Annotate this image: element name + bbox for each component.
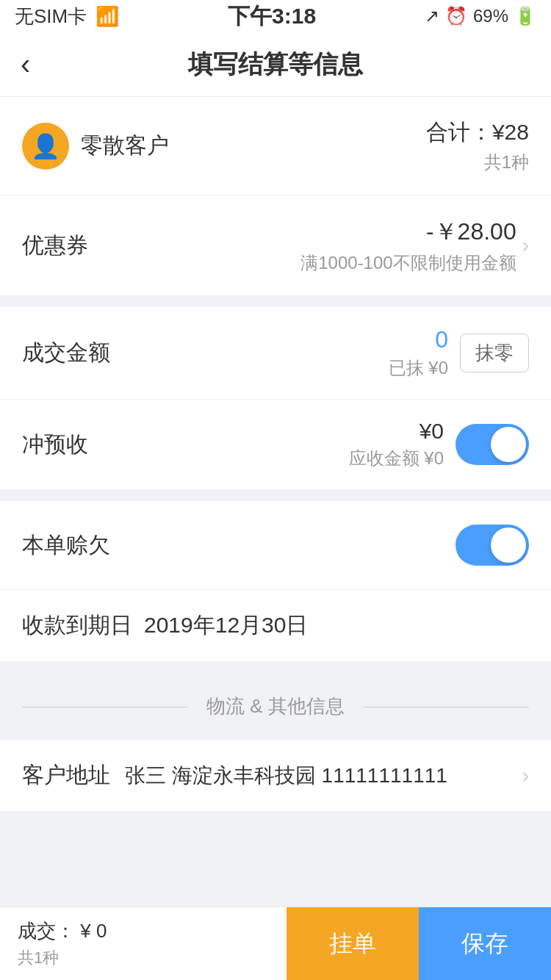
customer-row: 👤 零散客户 合计：¥28 共1种 [0,97,551,195]
coupon-info: -￥28.00 满1000-100不限制使用金额 [300,216,516,275]
deal-section: 成交金额 0 已抹 ¥0 抹零 冲预收 ¥0 应收金额 ¥0 [0,307,551,489]
bottom-summary: 成交： ¥ 0 共1种 [0,907,287,980]
avatar: 👤 [22,123,69,170]
pre-receive-toggle[interactable] [455,424,529,465]
battery-text: 69% [473,6,508,26]
nav-bar: ‹ 填写结算等信息 [0,32,551,97]
logistics-title: 物流 & 其他信息 [195,693,356,719]
status-left: 无SIM卡 📶 [15,4,119,29]
deal-amount-value[interactable]: 0 [389,326,448,353]
due-date-label: 收款到期日 [22,610,132,641]
debt-row: 本单赊欠 [0,501,551,589]
carrier-text: 无SIM卡 [15,4,87,29]
customer-info: 👤 零散客户 [22,123,169,170]
total-amount: 合计：¥28 [426,118,529,148]
battery-icon: 🔋 [514,6,536,26]
toggle-knob [491,427,526,462]
address-section: 客户地址 张三 海淀永丰科技园 11111111111 › [0,740,551,811]
chevron-right-icon: › [522,234,529,257]
customer-total: 合计：¥28 共1种 [426,118,529,174]
location-icon: ↗ [425,6,439,26]
deal-amount-right: 0 已抹 ¥0 抹零 [389,326,529,380]
avatar-icon: 👤 [31,132,60,160]
deal-amount-row: 成交金额 0 已抹 ¥0 抹零 [0,307,551,400]
address-chevron-icon: › [522,764,529,788]
pre-receive-label: 冲预收 [22,430,88,460]
address-label: 客户地址 [22,760,110,790]
bottom-total-label: 成交： ¥ 0 [18,918,269,944]
debt-toggle[interactable] [455,525,529,566]
total-count: 共1种 [426,151,529,174]
status-bar: 无SIM卡 📶 下午3:18 ↗ ⏰ 69% 🔋 [0,0,551,32]
deal-amount-label: 成交金额 [22,338,110,368]
customer-section: 👤 零散客户 合计：¥28 共1种 优惠券 -￥28.00 满1000-100不… [0,97,551,295]
page-title: 填写结算等信息 [188,48,363,82]
pre-receive-row: 冲预收 ¥0 应收金额 ¥0 [0,400,551,489]
coupon-desc: 满1000-100不限制使用金额 [300,251,516,275]
wifi-icon: 📶 [96,5,119,28]
pre-receive-sub: 应收金额 ¥0 [349,447,444,470]
coupon-right: -￥28.00 满1000-100不限制使用金额 › [300,216,529,275]
back-button[interactable]: ‹ [21,48,30,81]
logistics-header: 物流 & 其他信息 [0,673,551,740]
coupon-label: 优惠券 [22,231,88,261]
due-date-value: 2019年12月30日 [144,610,308,641]
bottom-bar: 成交： ¥ 0 共1种 挂单 保存 [0,907,551,980]
debt-label: 本单赊欠 [22,530,110,561]
bottom-total-count: 共1种 [18,947,269,969]
status-right: ↗ ⏰ 69% 🔋 [425,6,536,26]
due-date-row[interactable]: 收款到期日 2019年12月30日 [0,589,551,661]
hold-button[interactable]: 挂单 [287,907,419,980]
pre-receive-right-container: ¥0 应收金额 ¥0 [349,419,529,470]
save-button[interactable]: 保存 [419,907,551,980]
pre-receive-info: ¥0 应收金额 ¥0 [349,419,444,470]
address-value: 张三 海淀永丰科技园 11111111111 [125,762,522,790]
debt-toggle-knob [491,527,526,563]
address-row[interactable]: 客户地址 张三 海淀永丰科技园 11111111111 › [0,740,551,811]
debt-section: 本单赊欠 收款到期日 2019年12月30日 [0,501,551,661]
coupon-discount: -￥28.00 [300,216,516,248]
coupon-row[interactable]: 优惠券 -￥28.00 满1000-100不限制使用金额 › [0,195,551,295]
pre-receive-amount: ¥0 [349,419,444,444]
alarm-icon: ⏰ [445,6,467,26]
customer-name: 零散客户 [81,131,169,161]
round-zero-button[interactable]: 抹零 [460,334,529,372]
amount-detail: 0 已抹 ¥0 [389,326,448,380]
round-zero-sub: 已抹 ¥0 [389,356,448,380]
status-time: 下午3:18 [228,1,316,32]
